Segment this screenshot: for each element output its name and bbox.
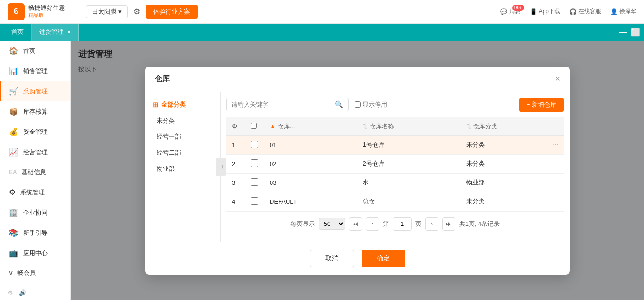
sidebar-bottom: ⚙ 🔊 bbox=[0, 283, 70, 300]
table-toolbar: 🔍 显示停用 + 新增仓库 bbox=[226, 98, 564, 112]
message-badge: 99+ bbox=[512, 5, 524, 11]
row-code-4: DEFAULT bbox=[264, 192, 357, 211]
cancel-button[interactable]: 取消 bbox=[310, 250, 354, 267]
per-page-select[interactable]: 50 20 100 bbox=[319, 218, 345, 230]
user-name: 徐泽华 bbox=[619, 8, 636, 16]
tab-home[interactable]: 首页 bbox=[4, 24, 32, 41]
table-body: 1 01 1号仓库 未分类 ··· 2 bbox=[226, 135, 564, 211]
row-checkbox-2[interactable] bbox=[245, 154, 264, 173]
th-code: ▲ 仓库... bbox=[264, 117, 357, 136]
sidebar-item-basicinfo[interactable]: EA 基础信息 bbox=[0, 162, 70, 182]
prev-page-button[interactable]: ‹ bbox=[366, 217, 379, 231]
row-dots-1[interactable]: ··· bbox=[553, 141, 558, 148]
dialog-body: ⊞ 全部分类 未分类 经营一部 经营二部 物业部 bbox=[145, 92, 570, 242]
minimize-icon[interactable]: — bbox=[619, 28, 627, 36]
logo-area: 6 畅捷通好生意 精品版 bbox=[8, 3, 78, 20]
store-selector[interactable]: 日太阳膜 ▾ bbox=[86, 5, 128, 18]
row-category-3: 物业部 bbox=[461, 173, 564, 192]
grid-icon: ⊞ bbox=[153, 101, 158, 108]
row-index-4: 4 bbox=[226, 192, 245, 211]
total-info: 共1页, 4条记录 bbox=[459, 220, 500, 228]
tab-purchase[interactable]: 进货管理 × bbox=[32, 24, 79, 41]
brand-name: 畅捷通好生意 bbox=[28, 4, 65, 12]
operations-icon: 📈 bbox=[9, 148, 18, 157]
category-item-property[interactable]: 物业部 bbox=[145, 161, 220, 177]
sidebar-item-purchase[interactable]: 🛒 采购管理 bbox=[0, 81, 70, 101]
collapse-panel-button[interactable]: 《 bbox=[216, 158, 226, 176]
show-disabled-label[interactable]: 显示停用 bbox=[355, 100, 387, 109]
row-code-2: 02 bbox=[264, 154, 357, 173]
last-page-button[interactable]: ⏭ bbox=[442, 217, 455, 231]
page-number-input[interactable] bbox=[393, 217, 412, 231]
online-service-item[interactable]: 🎧 在线客服 bbox=[570, 8, 601, 16]
page-number-label: 第 bbox=[383, 220, 389, 228]
settings-icon: ⚙ bbox=[232, 123, 238, 130]
sidebar-item-sales[interactable]: 📊 销售管理 bbox=[0, 61, 70, 81]
message-icon-item[interactable]: 💬 消息 99+ bbox=[500, 8, 520, 16]
table-panel: 🔍 显示停用 + 新增仓库 bbox=[221, 92, 570, 242]
search-input[interactable] bbox=[227, 98, 330, 111]
table-row[interactable]: 3 03 水 物业部 bbox=[226, 173, 564, 192]
chevron-down-icon: ▾ bbox=[118, 8, 122, 15]
mobile-icon: 📱 bbox=[530, 8, 537, 15]
row-index-3: 3 bbox=[226, 173, 245, 192]
app-download-item[interactable]: 📱 App下载 bbox=[530, 8, 560, 16]
table-row[interactable]: 2 02 2号仓库 未分类 bbox=[226, 154, 564, 173]
sidebar-item-system[interactable]: ⚙ 系统管理 bbox=[0, 182, 70, 202]
category-item-unclassified[interactable]: 未分类 bbox=[145, 113, 220, 129]
app-label: App下载 bbox=[539, 8, 560, 16]
th-gear: ⚙ bbox=[226, 117, 245, 136]
select-all-checkbox[interactable] bbox=[251, 123, 257, 129]
sales-icon: 📊 bbox=[9, 67, 18, 75]
row-index-1: 1 bbox=[226, 135, 245, 154]
row-category-2: 未分类 bbox=[461, 154, 564, 173]
sidebar-item-operations[interactable]: 📈 经营管理 bbox=[0, 142, 70, 162]
show-disabled-checkbox[interactable] bbox=[355, 101, 361, 108]
warehouse-table: ⚙ ▲ 仓库... bbox=[226, 117, 564, 211]
th-name: ⇅ 仓库名称 bbox=[357, 117, 460, 136]
sidebar: 🏠 首页 📊 销售管理 🛒 采购管理 📦 库存核算 💰 资金管理 📈 经营管理 … bbox=[0, 41, 71, 300]
add-warehouse-button[interactable]: + 新增仓库 bbox=[519, 98, 564, 112]
first-page-button[interactable]: ⏮ bbox=[349, 217, 362, 231]
confirm-button[interactable]: 确定 bbox=[362, 250, 405, 267]
maximize-icon[interactable]: ⬜ bbox=[631, 28, 640, 37]
sort-icon-name: ⇅ bbox=[363, 123, 368, 130]
sort-icon-cat: ⇅ bbox=[466, 123, 471, 130]
headset-icon: 🎧 bbox=[570, 8, 577, 15]
dialog-header: 仓库 × bbox=[145, 67, 570, 92]
row-category-4: 未分类 bbox=[461, 192, 564, 211]
table-header: ⚙ ▲ 仓库... bbox=[226, 117, 564, 136]
row-checkbox-1[interactable] bbox=[245, 135, 264, 154]
tab-close-icon[interactable]: × bbox=[67, 29, 71, 35]
sidebar-item-home[interactable]: 🏠 首页 bbox=[0, 41, 70, 61]
all-category-header[interactable]: ⊞ 全部分类 bbox=[145, 97, 220, 113]
category-item-ops2[interactable]: 经营二部 bbox=[145, 145, 220, 161]
row-name-4: 总仓 bbox=[357, 192, 460, 211]
enterprise-icon: 🏢 bbox=[9, 208, 18, 217]
category-item-ops1[interactable]: 经营一部 bbox=[145, 129, 220, 145]
sidebar-item-enterprise[interactable]: 🏢 企业协同 bbox=[0, 202, 70, 223]
row-name-3: 水 bbox=[357, 173, 460, 192]
sidebar-item-guide[interactable]: 📚 新手引导 bbox=[0, 223, 70, 243]
gear-icon[interactable]: ⚙ bbox=[133, 7, 140, 16]
logo-icon: 6 bbox=[8, 3, 25, 20]
search-icon[interactable]: 🔍 bbox=[330, 100, 348, 109]
table-row[interactable]: 1 01 1号仓库 未分类 ··· bbox=[226, 135, 564, 154]
table-row[interactable]: 4 DEFAULT 总仓 未分类 bbox=[226, 192, 564, 211]
row-index-2: 2 bbox=[226, 154, 245, 173]
sidebar-item-inventory[interactable]: 📦 库存核算 bbox=[0, 101, 70, 122]
message-icon: 💬 bbox=[500, 8, 507, 15]
sidebar-item-appstore[interactable]: 📺 应用中心 bbox=[0, 243, 70, 263]
next-page-button[interactable]: › bbox=[425, 217, 438, 231]
try-industry-button[interactable]: 体验行业方案 bbox=[146, 5, 198, 19]
dialog-close-button[interactable]: × bbox=[555, 74, 560, 84]
row-checkbox-4[interactable] bbox=[245, 192, 264, 211]
settings-bottom-icon[interactable]: ⚙ bbox=[8, 289, 13, 296]
row-category-1: 未分类 ··· bbox=[461, 135, 564, 154]
sidebar-item-finance[interactable]: 💰 资金管理 bbox=[0, 122, 70, 142]
store-name: 日太阳膜 bbox=[92, 8, 116, 16]
user-avatar-item[interactable]: 👤 徐泽华 bbox=[611, 8, 636, 16]
volume-icon[interactable]: 🔊 bbox=[19, 289, 26, 296]
sidebar-item-member[interactable]: V 畅会员 bbox=[0, 263, 70, 283]
row-checkbox-3[interactable] bbox=[245, 173, 264, 192]
